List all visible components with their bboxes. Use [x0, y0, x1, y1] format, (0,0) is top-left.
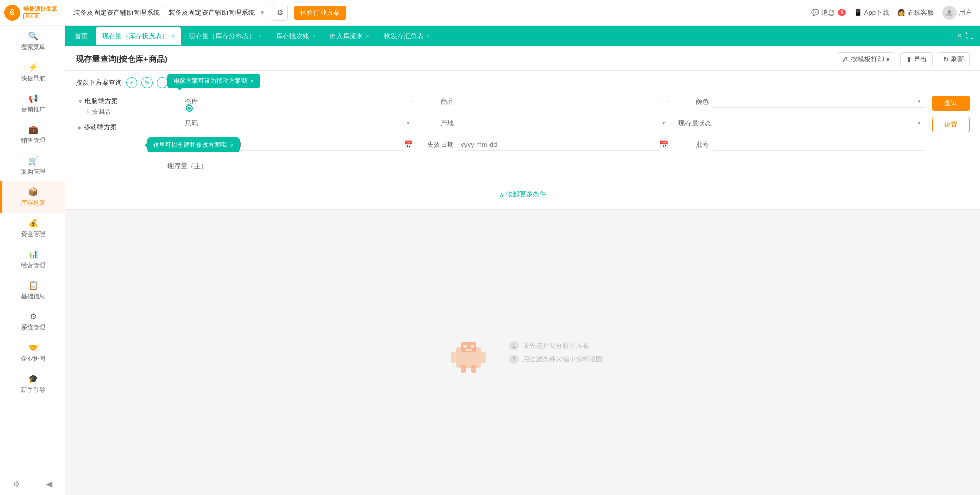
filter-row-1: 仓库 ··· 商品 ··· 颜色 — [167, 93, 924, 110]
filter-field-origin: 产地 — [423, 115, 669, 131]
stock-status-select[interactable] — [716, 117, 924, 129]
svg-point-4 — [471, 345, 474, 348]
scheme-mobile[interactable]: ▶ 移动端方案 — [76, 122, 157, 133]
tab-close-inventory-dist[interactable]: × — [258, 33, 261, 39]
sidebar-item-inventory[interactable]: 📦 库存核算 — [0, 181, 65, 213]
size-select-wrapper[interactable] — [202, 117, 413, 129]
sidebar-item-basic[interactable]: 📋 基础信息 — [0, 275, 65, 306]
refresh-button[interactable]: ↻ 刷新 — [938, 52, 970, 66]
stock-status-select-wrapper[interactable] — [716, 117, 924, 129]
system-select[interactable]: 装备及固定资产辅助管理系统 — [164, 7, 267, 18]
filter-edit-button[interactable]: ✎ — [141, 77, 153, 88]
sub-scheme-item[interactable]: 按调品 — [84, 107, 157, 117]
filter-field-expire-date: 失效日期 📅 — [423, 136, 669, 153]
filter-row-2: 尺码 产地 — [167, 115, 924, 131]
user-menu[interactable]: 用户 — [942, 6, 972, 20]
topbar-gear-button[interactable]: ⚙ — [272, 5, 288, 21]
tab-inventory-batch[interactable]: 库存批次账 × — [270, 27, 322, 45]
scheme-desktop[interactable]: ▼ 电脑端方案 — [76, 96, 157, 107]
template-print-button[interactable]: 🖨 按模板打印 ▾ — [837, 52, 895, 66]
page-title: 现存量查询(按仓库+商品) — [76, 54, 167, 65]
prod-date-calendar-icon[interactable]: 📅 — [404, 140, 413, 149]
window-close-button[interactable]: × — [957, 31, 962, 40]
tab-home[interactable]: 首页 — [68, 27, 94, 45]
online-service-button[interactable]: 👩 在线客服 — [897, 8, 934, 17]
origin-select[interactable] — [458, 117, 669, 129]
sidebar-item-finance[interactable]: 💰 资金管理 — [0, 213, 65, 244]
sidebar-item-operation[interactable]: 📊 经营管理 — [0, 244, 65, 275]
sidebar-item-marketing[interactable]: 📢 营销推广 — [0, 88, 65, 119]
svg-point-3 — [463, 345, 467, 348]
collapse-bar[interactable]: ∧ 收起更多条件 — [76, 185, 970, 203]
service-icon: 👩 — [897, 9, 905, 16]
logo-text: 畅捷通好生意 标准版 — [23, 5, 57, 20]
stock-qty-start-input[interactable] — [211, 160, 252, 172]
avatar — [942, 6, 957, 20]
origin-select-wrapper[interactable] — [458, 117, 669, 129]
export-icon: ⬆ — [906, 56, 912, 63]
finance-icon: 💰 — [28, 218, 38, 228]
sidebar-item-purchase[interactable]: 🛒 采购管理 — [0, 150, 65, 181]
sidebar-item-sales[interactable]: 💼 销售管理 — [0, 119, 65, 150]
edit-scheme-tooltip: 这里可以创建和修改方案哦 × — [147, 137, 240, 152]
operation-icon: 📊 — [28, 249, 38, 259]
filter-row-3: 生产日期 📅 失效日期 📅 — [167, 136, 924, 153]
sidebar-item-enterprise[interactable]: 🤝 企业协同 — [0, 337, 65, 368]
export-button[interactable]: ⬆ 导出 — [900, 52, 933, 66]
size-select[interactable] — [202, 117, 413, 129]
expire-date-input[interactable] — [458, 138, 660, 151]
filter-field-color: 颜色 — [678, 93, 924, 110]
edit-tooltip-close[interactable]: × — [230, 141, 234, 149]
search-button[interactable]: 查询 — [932, 96, 970, 111]
sidebar: 6 畅捷通好生意 标准版 🔍 搜索菜单 ⚡ 快捷导航 📢 营销推广 💼 销售管理… — [0, 0, 65, 495]
setting-button[interactable]: 设置 — [932, 117, 970, 132]
app-download-button[interactable]: 📱 App下载 — [854, 8, 889, 17]
filter-panel: 按以下方案查询 ＋ ✎ ← 电脑方案可设为移动方案哦 × 这里可以创建和修改方案… — [65, 71, 980, 210]
newbie-icon: 🎓 — [28, 373, 38, 384]
filter-add-button[interactable]: ＋ — [126, 77, 137, 88]
goods-dots[interactable]: ··· — [662, 97, 668, 106]
tab-inventory-status[interactable]: 现存量（库存状况表） × — [96, 27, 181, 45]
message-button[interactable]: 💬 消息 9 — [811, 8, 846, 17]
svg-rect-9 — [471, 365, 476, 373]
filter-fields-area: 仓库 ··· 商品 ··· 颜色 — [157, 93, 924, 181]
trial-button[interactable]: 体验行业方案 — [294, 6, 346, 20]
tabs-actions: × ⛶ — [957, 31, 978, 40]
add-tooltip-close[interactable]: × — [250, 77, 254, 85]
filter-label: 按以下方案查询 — [76, 78, 122, 87]
warehouse-dots[interactable]: ··· — [406, 97, 412, 106]
enterprise-icon: 🤝 — [28, 342, 38, 352]
system-selector[interactable]: 装备及固定资产辅助管理系统 — [164, 7, 267, 18]
logo-badge: 标准版 — [23, 12, 57, 20]
sidebar-item-newbie[interactable]: 🎓 新手引导 — [0, 368, 65, 399]
svg-rect-8 — [461, 365, 466, 373]
color-select[interactable] — [713, 96, 924, 107]
tab-in-out-flow[interactable]: 出入库流水 × — [324, 27, 375, 45]
color-select-wrapper[interactable] — [713, 96, 924, 108]
main-area: 装备及固定资产辅助管理系统 装备及固定资产辅助管理系统 ⚙ 体验行业方案 💬 消… — [65, 0, 980, 495]
tab-close-inventory-status[interactable]: × — [172, 33, 175, 39]
expire-date-wrapper: 📅 — [458, 138, 669, 151]
batch-no-input[interactable] — [713, 138, 924, 151]
sidebar-collapse-button[interactable]: ◀ — [44, 477, 54, 491]
tab-close-inventory-batch[interactable]: × — [312, 33, 315, 39]
marketing-icon: 📢 — [28, 93, 38, 103]
sidebar-logo: 6 畅捷通好生意 标准版 — [0, 0, 65, 26]
window-expand-button[interactable]: ⛶ — [966, 31, 974, 40]
sidebar-bottom: ⚙ ◀ — [0, 473, 65, 495]
tab-close-recv-send[interactable]: × — [427, 33, 430, 39]
filter-arrow-button[interactable]: ← — [157, 77, 168, 88]
tab-recv-send[interactable]: 收发存汇总表 × — [378, 27, 436, 45]
sidebar-item-search[interactable]: 🔍 搜索菜单 — [0, 26, 65, 57]
stock-qty-end-input[interactable] — [271, 160, 312, 172]
tab-inventory-dist[interactable]: 现存量（库存分布表） × — [183, 27, 267, 45]
empty-state: 1 请先选择要分析的方案 2 用过滤条件来缩小分析范围 — [65, 210, 980, 495]
sidebar-item-system[interactable]: ⚙ 系统管理 — [0, 306, 65, 337]
expire-date-calendar-icon[interactable]: 📅 — [659, 140, 668, 149]
empty-illustration — [443, 327, 494, 378]
empty-step1: 1 请先选择要分析的方案 — [509, 341, 602, 350]
header-actions: 🖨 按模板打印 ▾ ⬆ 导出 ↻ 刷新 — [837, 52, 970, 66]
tab-close-in-out[interactable]: × — [366, 33, 369, 39]
sidebar-settings-button[interactable]: ⚙ — [11, 477, 22, 491]
sidebar-item-guide[interactable]: ⚡ 快捷导航 — [0, 57, 65, 88]
